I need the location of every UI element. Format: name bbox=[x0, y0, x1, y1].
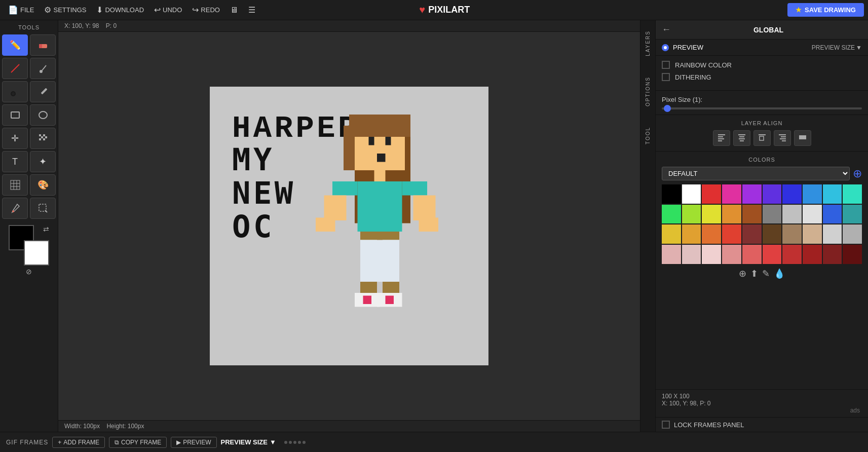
fill-color-button[interactable]: 💧 bbox=[774, 268, 785, 279]
color-cell[interactable] bbox=[803, 224, 822, 244]
add-palette-button[interactable]: ⊕ bbox=[853, 168, 862, 179]
pixel-size-thumb[interactable] bbox=[664, 105, 671, 112]
align-buttons bbox=[662, 130, 862, 146]
align-fill-button[interactable] bbox=[794, 130, 811, 146]
tool-tab[interactable]: TOOL bbox=[645, 127, 651, 144]
color-cell[interactable] bbox=[763, 184, 782, 204]
add-color-button[interactable]: ⊕ bbox=[739, 268, 746, 279]
export-colors-button[interactable]: ⬆ bbox=[750, 268, 758, 279]
select-tool[interactable] bbox=[30, 198, 56, 219]
pick-color-button[interactable]: ✎ bbox=[762, 268, 770, 279]
monitor-button[interactable]: 🖥 bbox=[226, 4, 242, 17]
pixel-pencil-tool[interactable] bbox=[30, 81, 56, 102]
undo-button[interactable]: ↩ UNDO bbox=[150, 3, 186, 17]
light-tool[interactable]: ✦ bbox=[30, 151, 56, 172]
color-cell[interactable] bbox=[782, 245, 802, 264]
align-center-button[interactable] bbox=[733, 130, 750, 146]
color-cell[interactable] bbox=[782, 224, 802, 244]
color-cell[interactable] bbox=[722, 245, 741, 264]
save-drawing-button[interactable]: ★ SAVE DRAWING bbox=[787, 3, 864, 17]
color-cell[interactable] bbox=[722, 205, 741, 224]
options-tab[interactable]: OPTIONS bbox=[645, 77, 651, 106]
eyedropper-tool[interactable] bbox=[30, 58, 56, 79]
preview-radio[interactable] bbox=[662, 44, 669, 51]
color-cell[interactable] bbox=[702, 245, 721, 264]
align-distribute-button[interactable] bbox=[753, 130, 771, 146]
rp-back-button[interactable]: ← bbox=[662, 24, 671, 35]
color-cell[interactable] bbox=[823, 205, 842, 224]
color-cell[interactable] bbox=[843, 224, 862, 244]
pixel-canvas[interactable]: HARPER MY NEW OC bbox=[210, 87, 488, 365]
align-right-button[interactable] bbox=[774, 130, 791, 146]
eraser-tool[interactable] bbox=[30, 34, 56, 56]
color-cell[interactable] bbox=[763, 224, 782, 244]
add-frame-button[interactable]: + ADD FRAME bbox=[52, 437, 105, 448]
color-cell[interactable] bbox=[823, 184, 842, 204]
file-button[interactable]: 📄 FILE bbox=[4, 3, 38, 17]
redo-button[interactable]: ↪ REDO bbox=[188, 3, 224, 17]
palette-select[interactable]: DEFAULT bbox=[662, 167, 850, 180]
move-tool[interactable]: ✛ bbox=[2, 128, 28, 149]
bucket-tool[interactable]: 🎨 bbox=[30, 174, 56, 196]
color-cell[interactable] bbox=[823, 245, 842, 264]
transparent-icon[interactable]: ⊘ bbox=[26, 268, 32, 276]
pattern-fill-tool[interactable] bbox=[2, 174, 28, 196]
color-cell[interactable] bbox=[742, 245, 762, 264]
color-cell[interactable] bbox=[742, 184, 762, 204]
brush-tool[interactable] bbox=[2, 81, 28, 102]
color-cell[interactable] bbox=[843, 205, 862, 224]
preview-size-button[interactable]: PREVIEW SIZE ▼ bbox=[812, 44, 862, 51]
preview-button[interactable]: ▶ PREVIEW bbox=[171, 437, 216, 448]
rainbow-color-checkbox[interactable] bbox=[662, 61, 670, 69]
color-cell[interactable] bbox=[843, 245, 862, 264]
layers-tab[interactable]: LAYERS bbox=[645, 30, 651, 56]
svg-rect-57 bbox=[718, 140, 722, 141]
color-cell[interactable] bbox=[742, 224, 762, 244]
color-cell[interactable] bbox=[682, 184, 701, 204]
copy-frame-button[interactable]: ⧉ COPY FRAME bbox=[109, 437, 167, 448]
lock-frames-checkbox[interactable] bbox=[662, 421, 670, 429]
color-cell[interactable] bbox=[843, 184, 862, 204]
align-left-button[interactable] bbox=[713, 130, 730, 146]
color-cell[interactable] bbox=[682, 205, 701, 224]
color-cell[interactable] bbox=[803, 205, 822, 224]
pixel-size-slider[interactable] bbox=[662, 107, 862, 109]
dithering-checkbox[interactable] bbox=[662, 73, 670, 81]
background-color-swatch[interactable] bbox=[24, 240, 49, 266]
color-cell[interactable] bbox=[662, 205, 681, 224]
color-cell[interactable] bbox=[782, 205, 802, 224]
color-cell[interactable] bbox=[702, 205, 721, 224]
color-cell[interactable] bbox=[763, 205, 782, 224]
color-cell[interactable] bbox=[702, 184, 721, 204]
color-cell[interactable] bbox=[803, 184, 822, 204]
pencil-tool[interactable]: ✏️ bbox=[2, 34, 28, 56]
color-cell[interactable] bbox=[702, 224, 721, 244]
dither-tool[interactable] bbox=[30, 128, 56, 149]
color-cell[interactable] bbox=[682, 245, 701, 264]
swap-colors-icon[interactable]: ⇄ bbox=[43, 225, 49, 233]
canvas-container[interactable]: HARPER MY NEW OC bbox=[58, 32, 640, 420]
color-cell[interactable] bbox=[662, 184, 681, 204]
color-cell[interactable] bbox=[823, 224, 842, 244]
paintbrush-tool[interactable] bbox=[2, 198, 28, 219]
color-cell[interactable] bbox=[682, 224, 701, 244]
preview-size-bottom-button[interactable]: PREVIEW SIZE ▼ bbox=[221, 438, 276, 446]
rectangle-tool[interactable] bbox=[2, 104, 28, 126]
settings-button[interactable]: ⚙ SETTINGS bbox=[40, 3, 90, 17]
color-cell[interactable] bbox=[662, 245, 681, 264]
color-cell[interactable] bbox=[763, 245, 782, 264]
line-tool[interactable] bbox=[2, 58, 28, 79]
color-cell[interactable] bbox=[722, 184, 741, 204]
text-tool[interactable]: T bbox=[2, 151, 28, 172]
color-cell[interactable] bbox=[662, 224, 681, 244]
color-cell[interactable] bbox=[742, 205, 762, 224]
canvas-width: Width: 100px bbox=[64, 423, 100, 430]
ellipse-tool[interactable] bbox=[30, 104, 56, 126]
color-cell[interactable] bbox=[722, 224, 741, 244]
svg-rect-8 bbox=[11, 112, 19, 118]
color-cell[interactable] bbox=[782, 184, 802, 204]
download-button[interactable]: ⬇ DOWNLOAD bbox=[92, 3, 148, 17]
svg-rect-65 bbox=[781, 136, 786, 137]
menu-button[interactable]: ☰ bbox=[244, 3, 259, 17]
color-cell[interactable] bbox=[803, 245, 822, 264]
